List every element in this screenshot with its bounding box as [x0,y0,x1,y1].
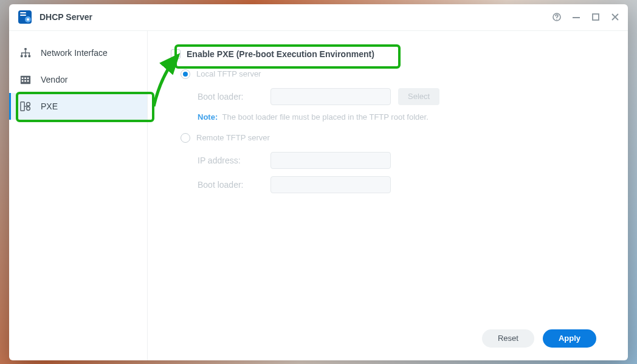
note-text: The boot loader file must be placed in t… [222,112,429,122]
svg-point-26 [27,102,30,106]
svg-rect-22 [22,80,24,81]
close-icon[interactable] [611,13,619,21]
svg-rect-15 [21,53,22,55]
svg-rect-10 [21,55,23,57]
reset-button[interactable]: Reset [482,329,534,348]
window-body: Network Interface Vendor PXE Enable PXE … [9,31,628,360]
enable-pxe-checkbox[interactable] [171,49,181,59]
vendor-icon [19,73,32,86]
network-icon [19,46,32,60]
pxe-options: Local TFTP server Boot loader: Select No… [166,67,610,193]
svg-rect-9 [24,47,27,50]
local-tftp-fields: Boot loader: Select Note: The boot loade… [181,88,610,122]
svg-rect-19 [22,77,24,79]
svg-rect-17 [29,53,30,55]
sidebar: Network Interface Vendor PXE [9,31,148,360]
svg-rect-23 [24,80,26,81]
svg-point-4 [27,18,29,21]
remote-tftp-radio[interactable] [181,133,190,143]
remote-tftp-label: Remote TFTP server [196,133,270,142]
remote-bootloader-input[interactable] [270,176,391,193]
svg-rect-1 [20,12,26,13]
svg-rect-24 [27,80,29,81]
local-tftp-label: Local TFTP server [196,69,261,78]
content-panel: Enable PXE (Pre-boot Execution Environme… [148,31,628,360]
remote-ip-row: IP address: [198,152,610,169]
svg-rect-25 [21,101,24,110]
svg-rect-16 [25,53,26,55]
remote-ip-label: IP address: [198,156,270,165]
titlebar: DHCP Server [9,4,628,31]
enable-pxe-label: Enable PXE (Pre-boot Execution Environme… [187,49,374,59]
svg-rect-11 [24,55,27,57]
radio-dot [183,72,188,77]
svg-rect-18 [21,75,30,84]
sidebar-item-label: Vendor [41,75,67,84]
svg-rect-12 [29,55,31,57]
dhcp-server-window: DHCP Server Network Interface [9,4,628,360]
select-button[interactable]: Select [398,88,439,105]
svg-rect-7 [573,17,580,18]
sidebar-item-label: PXE [41,101,58,111]
window-title: DHCP Server [40,12,553,22]
content-inner: Enable PXE (Pre-boot Execution Environme… [166,47,610,323]
remote-tftp-fields: IP address: Boot loader: [181,152,610,193]
remote-bootloader-row: Boot loader: [198,176,610,193]
local-bootloader-label: Boot loader: [198,92,270,101]
svg-point-27 [27,106,30,110]
maximize-icon[interactable] [591,13,600,21]
minimize-icon[interactable] [572,13,580,21]
sidebar-item-vendor[interactable]: Vendor [9,66,147,93]
sidebar-item-pxe[interactable]: PXE [9,93,147,120]
svg-rect-2 [20,15,26,16]
sidebar-item-network-interface[interactable]: Network Interface [9,39,147,66]
svg-rect-20 [24,77,26,79]
window-controls [553,13,619,21]
local-tftp-row[interactable]: Local TFTP server [181,67,610,81]
apply-button[interactable]: Apply [543,329,596,348]
pxe-icon [19,100,32,113]
footer: Reset Apply [166,323,610,354]
svg-rect-21 [27,77,29,79]
enable-pxe-row[interactable]: Enable PXE (Pre-boot Execution Environme… [166,47,610,61]
remote-ip-input[interactable] [270,152,391,169]
local-bootloader-input[interactable] [270,88,391,105]
note-strong: Note: [198,112,218,122]
local-tftp-radio[interactable] [181,69,190,79]
svg-point-6 [556,19,557,20]
svg-rect-8 [593,14,599,20]
help-icon[interactable] [553,13,561,21]
bootloader-note: Note: The boot loader file must be place… [198,112,610,122]
app-icon [18,10,32,24]
local-bootloader-row: Boot loader: Select [198,88,610,105]
sidebar-item-label: Network Interface [41,48,108,58]
remote-bootloader-label: Boot loader: [198,180,270,190]
remote-tftp-row[interactable]: Remote TFTP server [181,131,610,145]
